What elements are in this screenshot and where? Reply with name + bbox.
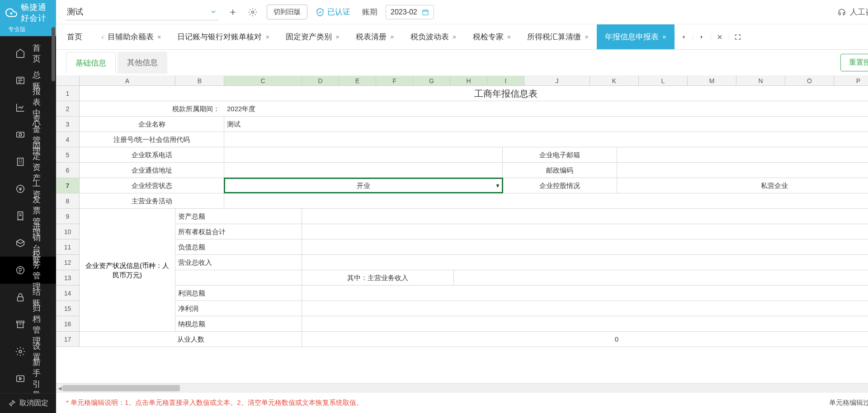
cell[interactable]: 企业通信地址 [80, 163, 224, 178]
cell[interactable]: 利润总额 [175, 286, 302, 300]
settings-button[interactable] [247, 6, 259, 18]
nav-home[interactable]: 首页 [0, 40, 56, 67]
col-header[interactable]: C [224, 76, 302, 85]
subtab-other[interactable]: 其他信息 [118, 52, 167, 74]
unpin-button[interactable]: 取消固定 [0, 393, 56, 413]
col-header[interactable]: B [175, 76, 224, 85]
col-header[interactable]: J [524, 76, 590, 85]
tab-next[interactable] [693, 34, 711, 40]
subtab-basic[interactable]: 基础信息 [66, 52, 116, 74]
cell[interactable]: 企业联系电话 [80, 147, 224, 162]
horizontal-scrollbar[interactable]: ◀ ▶ [56, 383, 868, 392]
row-header[interactable]: 13 [56, 270, 80, 286]
cell[interactable]: 其中：主营业务收入 [302, 270, 454, 285]
tab-balance[interactable]: ‹目辅助余额表× [93, 24, 169, 49]
close-icon[interactable]: × [265, 33, 269, 41]
add-button[interactable] [227, 6, 239, 18]
nav-invoice[interactable]: 发票管理 [0, 202, 56, 230]
tab-annual-report[interactable]: 年报信息申报表× [597, 24, 675, 49]
close-icon[interactable]: × [507, 33, 511, 41]
col-header[interactable]: A [80, 76, 175, 85]
row-header[interactable]: 2 [56, 101, 80, 116]
row-header[interactable]: 10 [56, 224, 80, 239]
row-header[interactable]: 7 [56, 178, 80, 193]
col-header[interactable]: F [376, 76, 413, 85]
close-icon[interactable]: × [157, 33, 161, 41]
nav-ledger[interactable]: 总账 [0, 67, 56, 94]
nav-archive[interactable]: 归档管理 [0, 311, 56, 338]
col-header[interactable]: M [688, 76, 736, 85]
close-icon[interactable]: × [662, 33, 666, 41]
col-header[interactable]: N [736, 76, 785, 85]
row-header[interactable]: 11 [56, 239, 80, 255]
row-header[interactable]: 5 [56, 147, 80, 162]
cell[interactable] [617, 163, 868, 178]
close-icon[interactable]: × [335, 33, 340, 41]
merged-cell-label[interactable]: 企业资产状况信息(币种：人民币万元) [80, 209, 175, 332]
col-header[interactable]: D [302, 76, 339, 85]
cell[interactable]: 从业人数 [80, 332, 302, 347]
cell[interactable]: 0 [302, 332, 868, 347]
switch-old-button[interactable]: 切到旧版 [267, 5, 307, 19]
cell[interactable] [302, 255, 868, 270]
cell[interactable]: 注册号/统一社会信用代码 [80, 132, 224, 147]
col-header[interactable]: I [487, 76, 524, 85]
cell[interactable]: 所有者权益合计 [175, 224, 302, 239]
cell[interactable] [454, 270, 868, 285]
tab-asset-type[interactable]: 固定资产类别× [278, 24, 348, 49]
selected-cell-dropdown[interactable]: 开业▼ [224, 178, 503, 193]
cell[interactable] [224, 132, 868, 147]
row-header[interactable]: 12 [56, 255, 80, 270]
nav-assets[interactable]: 固定资产 [0, 148, 56, 175]
close-icon[interactable]: × [585, 33, 589, 41]
row-header[interactable]: 6 [56, 163, 80, 178]
cell[interactable] [175, 270, 302, 285]
cell[interactable]: 企业电子邮箱 [503, 147, 617, 162]
cell[interactable]: 私营企业 [617, 178, 868, 193]
cell[interactable] [224, 193, 868, 208]
cell[interactable] [302, 209, 868, 224]
nav-tax[interactable]: 税务管理 [0, 257, 56, 284]
cell[interactable]: 营业总收入 [175, 255, 302, 270]
cell[interactable]: 测试 [224, 117, 868, 131]
row-header[interactable]: 15 [56, 301, 80, 316]
row-header[interactable]: 3 [56, 117, 80, 131]
row-header[interactable]: 8 [56, 193, 80, 208]
nav-salary[interactable]: 工资 [0, 175, 56, 202]
tab-journal[interactable]: 日记账与银行对账单核对× [169, 24, 278, 49]
nav-funds[interactable]: 资金管理 [0, 121, 56, 148]
row-header[interactable]: 9 [56, 209, 80, 224]
nav-close[interactable]: 结账 [0, 284, 56, 311]
tab-tax-trend[interactable]: 税负波动表× [402, 24, 465, 49]
col-header[interactable]: L [639, 76, 688, 85]
col-header[interactable]: K [590, 76, 639, 85]
cell[interactable]: 负债总额 [175, 239, 302, 254]
nav-guide[interactable]: 新手引导 [0, 365, 56, 392]
tab-income-tax[interactable]: 所得税汇算清缴× [519, 24, 597, 49]
support-button[interactable]: 人工咨询 [837, 7, 868, 17]
col-header[interactable]: G [413, 76, 450, 85]
cell[interactable] [302, 301, 868, 316]
tab-prev[interactable] [675, 34, 693, 40]
row-header[interactable]: 14 [56, 286, 80, 301]
nav-settings[interactable]: 设置 [0, 338, 56, 365]
cell[interactable] [302, 316, 868, 331]
cell[interactable]: 邮政编码 [503, 163, 617, 178]
tab-home[interactable]: 首页 [56, 24, 93, 49]
cell[interactable]: 资产总额 [175, 209, 302, 224]
cell[interactable]: 纳税总额 [175, 316, 302, 331]
cell[interactable] [302, 224, 868, 239]
close-icon[interactable]: × [390, 33, 394, 41]
close-icon[interactable]: × [453, 33, 457, 41]
cell[interactable]: 主营业务活动 [80, 193, 224, 208]
nav-inventory[interactable]: 进销台账 [0, 230, 56, 257]
cell[interactable] [302, 239, 868, 254]
col-header[interactable]: E [339, 76, 376, 85]
cell[interactable] [302, 286, 868, 300]
cell[interactable]: 企业经营状态 [80, 178, 224, 193]
cell[interactable] [224, 147, 503, 162]
col-header[interactable]: H [450, 76, 487, 85]
col-header[interactable]: O [785, 76, 834, 85]
cell[interactable]: 企业控股情况 [503, 178, 617, 193]
row-header[interactable]: 4 [56, 132, 80, 147]
